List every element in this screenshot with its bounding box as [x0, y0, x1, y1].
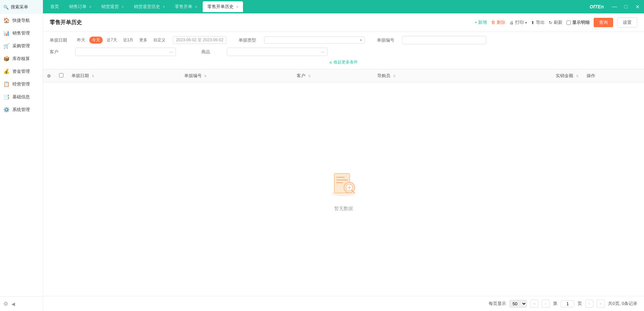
first-page-button[interactable]: « [530, 300, 538, 308]
next-page-button[interactable]: › [585, 300, 593, 308]
last-page-button[interactable]: » [597, 300, 605, 308]
collapse-up-icon: ∧ [329, 60, 332, 65]
sidebar-item-label: 资金管理 [12, 68, 30, 74]
brand-label: OfTEn [590, 4, 604, 9]
sidebar-item-basicinfo[interactable]: 📑 基础信息 [0, 91, 43, 103]
tab-sales-return-label: 销货退货 [101, 4, 119, 10]
header-actions: + 新增 🗑 删除 🖨 打印 ▾ ⬆ 导出 ↻ 刷新 显示明细 [475, 17, 637, 28]
tab-home[interactable]: 首页 [46, 1, 64, 12]
tab-sales-order-close[interactable]: × [89, 5, 91, 9]
table-settings-icon[interactable]: ⚙ [47, 73, 51, 79]
select-all-checkbox[interactable] [59, 73, 63, 77]
sidebar-item-purchase[interactable]: 🛒 采购管理 [0, 40, 43, 52]
sidebar-item-label: 销售管理 [12, 30, 30, 36]
sidebar-item-sales[interactable]: 📊 销售管理 [0, 27, 43, 40]
sidebar-item-finance[interactable]: 💰 资金管理 [0, 65, 43, 78]
finance-icon: 💰 [3, 68, 10, 74]
tab-retail-open-close[interactable]: × [195, 5, 197, 9]
tab-retail-open-history[interactable]: 零售开单历史 × [203, 1, 243, 12]
col-customer[interactable]: 客户 ⇅ [293, 69, 373, 83]
tab-sales-return-history-close[interactable]: × [163, 5, 165, 9]
sidebar-item-system[interactable]: ⚙️ 系统管理 [0, 103, 43, 116]
table-header: ⚙ 单据日期 ⇅ 单据编号 ⇅ [43, 69, 644, 83]
col-amount[interactable]: 实销金额 ⇅ [470, 69, 583, 83]
date-opt-more[interactable]: 更多 [137, 37, 149, 44]
main-area: 首页 销售订单 × 销货退货 × 销货退货历史 × 零售开单 × 零售开单历史 … [43, 0, 644, 311]
close-window-button[interactable]: ✕ [633, 3, 641, 11]
date-opt-yesterday[interactable]: 昨天 [75, 37, 87, 44]
date-opt-today[interactable]: 今天 [89, 37, 103, 44]
col-date[interactable]: 单据日期 ⇅ [67, 69, 180, 83]
date-opt-last7[interactable]: 近7天 [105, 37, 119, 44]
customer-input[interactable]: ··· [75, 48, 176, 56]
tab-retail-open-history-close[interactable]: × [236, 5, 238, 9]
collapse-sidebar-icon[interactable]: ◀ [11, 301, 15, 307]
col-number-label: 单据编号 [184, 73, 202, 78]
tab-retail-open-label: 零售开单 [175, 4, 192, 10]
col-customer-label: 客户 [297, 73, 305, 78]
page-title: 零售开单历史 [50, 19, 82, 26]
sidebar-item-inventory[interactable]: 📦 库存核算 [0, 52, 43, 65]
goods-input[interactable]: ··· [227, 48, 328, 56]
print-button[interactable]: 🖨 打印 ▾ [509, 19, 527, 25]
per-page-select[interactable]: 50 10 20 100 [509, 300, 527, 308]
type-select[interactable]: ▾ [264, 37, 365, 44]
col-number[interactable]: 单据编号 ⇅ [180, 69, 293, 83]
display-detail-input[interactable] [566, 20, 571, 25]
query-button[interactable]: 查询 [594, 18, 613, 27]
export-icon: ⬆ [531, 20, 535, 25]
number-label: 单据编号 [377, 37, 397, 43]
svg-rect-2 [336, 177, 345, 178]
prev-page-button[interactable]: ‹ [542, 300, 550, 308]
display-detail-label: 显示明细 [572, 19, 590, 25]
sidebar-search[interactable]: 🔍 搜索采单 [0, 0, 43, 14]
tab-sales-return-history-label: 销货退货历史 [134, 4, 160, 10]
sidebar-item-label: 快捷导航 [12, 17, 30, 23]
sidebar-bottom: ⚙ ◀ [0, 296, 43, 311]
col-date-label: 单据日期 [71, 73, 89, 78]
date-opt-custom[interactable]: 自定义 [151, 37, 167, 44]
per-page-label: 每页显示 [489, 301, 506, 307]
collapse-row: ∧ 收起更多条件 [50, 59, 637, 65]
page-input[interactable] [561, 300, 574, 307]
col-checkbox[interactable] [55, 69, 67, 83]
refresh-button[interactable]: ↻ 刷新 [549, 19, 562, 25]
sidebar-item-label: 基础信息 [12, 94, 30, 100]
filter-row-2: 客户 ··· 商品 ··· [50, 48, 637, 56]
export-button[interactable]: ⬆ 导出 [531, 19, 545, 25]
maximize-button[interactable]: □ [622, 3, 630, 11]
sort-date-icon: ⇅ [92, 74, 94, 78]
col-guide[interactable]: 导购员 ⇅ [373, 69, 470, 83]
delete-button[interactable]: 🗑 删除 [491, 19, 505, 25]
svg-rect-4 [336, 182, 343, 183]
tab-sales-order-label: 销售订单 [69, 4, 87, 10]
print-label: 打印 [515, 19, 524, 25]
col-actions-label: 操作 [587, 73, 595, 78]
sidebar-item-label: 采购管理 [12, 43, 30, 49]
type-label: 单据类型 [239, 37, 259, 43]
tab-sales-return-history[interactable]: 销货退货历史 × [129, 1, 169, 12]
number-input[interactable] [402, 36, 486, 44]
tab-retail-open[interactable]: 零售开单 × [170, 1, 202, 12]
minimize-button[interactable]: — [610, 3, 618, 11]
date-label: 单据日期 [50, 37, 70, 43]
sidebar-item-label: 经营管理 [12, 81, 30, 87]
collapse-button[interactable]: ∧ 收起更多条件 [329, 59, 358, 65]
tab-sales-return[interactable]: 销货退货 × [97, 1, 128, 12]
date-opt-last-month[interactable]: 近1月 [121, 37, 136, 44]
settings-button[interactable]: 设置 [617, 17, 637, 28]
date-range-display[interactable]: 2023-06-02 至 2023-06-02 [173, 36, 226, 44]
col-settings[interactable]: ⚙ [43, 69, 55, 83]
tab-sales-order[interactable]: 销售订单 × [64, 1, 96, 12]
add-button[interactable]: + 新增 [475, 19, 487, 25]
sidebar-item-quick-nav[interactable]: 🏠 快捷导航 [0, 14, 43, 27]
operations-icon: 📋 [3, 81, 10, 87]
col-guide-label: 导购员 [377, 73, 390, 78]
tab-sales-return-close[interactable]: × [121, 5, 123, 9]
refresh-icon: ↻ [549, 20, 552, 25]
sidebar-item-label: 系统管理 [12, 107, 30, 113]
sales-icon: 📊 [3, 30, 10, 36]
display-detail-checkbox[interactable]: 显示明细 [566, 19, 590, 25]
sidebar-item-operations[interactable]: 📋 经营管理 [0, 78, 43, 91]
settings-bottom-icon[interactable]: ⚙ [3, 301, 8, 307]
